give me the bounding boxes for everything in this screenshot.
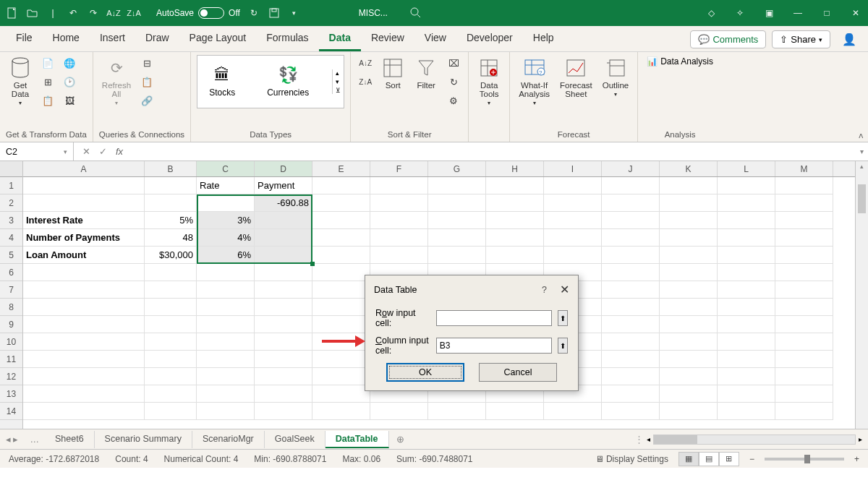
cell-B12[interactable]	[145, 368, 197, 385]
sort-button[interactable]: Sort	[378, 55, 407, 91]
cell-M11[interactable]	[775, 351, 833, 368]
cell-A6[interactable]	[23, 264, 145, 281]
cell-K3[interactable]	[660, 212, 718, 229]
col-header-J[interactable]: J	[602, 161, 660, 176]
zoom-in-icon[interactable]: +	[854, 454, 859, 464]
tab-formulas[interactable]: Formulas	[256, 26, 318, 51]
cell-M7[interactable]	[775, 281, 833, 299]
cell-E7[interactable]	[312, 281, 370, 299]
comments-button[interactable]: 💬 Comments	[690, 30, 766, 48]
sheet-tab-goalseek[interactable]: GoalSeek	[265, 431, 326, 448]
row-header-13[interactable]: 13	[0, 385, 22, 403]
outline-button[interactable]: Outline ▾	[600, 55, 631, 99]
scroll-thumb[interactable]	[858, 184, 866, 213]
scroll-left-icon[interactable]: ◂	[647, 435, 650, 443]
existing-conn-icon[interactable]: 📋	[39, 93, 56, 108]
cell-K5[interactable]	[660, 247, 718, 264]
row-header-2[interactable]: 2	[0, 194, 22, 212]
cell-A2[interactable]	[23, 194, 145, 212]
cell-G3[interactable]	[428, 212, 486, 229]
cell-D13[interactable]	[255, 385, 312, 403]
collapse-ribbon-icon[interactable]: ʌ	[859, 131, 864, 140]
cell-F1[interactable]	[370, 177, 428, 194]
name-box[interactable]: C2 ▾	[0, 142, 74, 160]
col-header-L[interactable]: L	[718, 161, 775, 176]
hscroll-track[interactable]	[653, 435, 856, 445]
cell-A11[interactable]	[23, 351, 145, 368]
cell-D5[interactable]	[255, 247, 312, 264]
cell-C1[interactable]: Rate	[197, 177, 255, 194]
cell-D1[interactable]: Payment	[255, 177, 312, 194]
cell-J9[interactable]	[602, 316, 660, 333]
edit-links-icon[interactable]: 🔗	[138, 93, 156, 108]
cell-M13[interactable]	[775, 385, 833, 403]
cell-D9[interactable]	[255, 316, 312, 333]
cancel-button[interactable]: Cancel	[479, 363, 557, 382]
cell-M14[interactable]	[775, 403, 833, 420]
sync-icon[interactable]: ↻	[247, 7, 260, 20]
cell-J6[interactable]	[602, 264, 660, 281]
cell-A10[interactable]	[23, 333, 145, 351]
cell-C13[interactable]	[197, 385, 255, 403]
cell-M10[interactable]	[775, 333, 833, 351]
cell-G5[interactable]	[428, 247, 486, 264]
cell-E11[interactable]	[312, 351, 370, 368]
scroll-up-icon[interactable]: ▴	[856, 161, 868, 171]
cell-D6[interactable]	[255, 264, 312, 281]
cell-E3[interactable]	[312, 212, 370, 229]
row-header-6[interactable]: 6	[0, 264, 22, 281]
cell-D2[interactable]: -690.88	[255, 194, 312, 212]
row-header-1[interactable]: 1	[0, 177, 22, 194]
cell-I14[interactable]	[544, 403, 602, 420]
cell-C12[interactable]	[197, 368, 255, 385]
row-header-14[interactable]: 14	[0, 403, 22, 420]
save-icon[interactable]	[268, 7, 281, 20]
cell-K4[interactable]	[660, 229, 718, 247]
zoom-slider[interactable]	[765, 458, 844, 461]
cell-A7[interactable]	[23, 281, 145, 299]
tab-view[interactable]: View	[414, 26, 456, 51]
cell-K10[interactable]	[660, 333, 718, 351]
queries-icon[interactable]: ⊟	[138, 55, 156, 71]
wand-icon[interactable]: ✧	[733, 7, 746, 20]
cell-I5[interactable]	[544, 247, 602, 264]
cell-J10[interactable]	[602, 333, 660, 351]
recent-sources-icon[interactable]: 🕑	[61, 74, 78, 90]
cell-A8[interactable]	[23, 299, 145, 316]
undo-icon[interactable]: ↶	[67, 7, 80, 20]
tab-insert[interactable]: Insert	[90, 26, 135, 51]
cell-H5[interactable]	[486, 247, 544, 264]
cell-E8[interactable]	[312, 299, 370, 316]
page-layout-view-icon[interactable]: ▤	[699, 452, 719, 466]
zoom-thumb[interactable]	[804, 455, 810, 463]
cell-C3[interactable]: 3%	[197, 212, 255, 229]
tab-help[interactable]: Help	[523, 26, 564, 51]
add-sheet-button[interactable]: ⊕	[389, 434, 412, 445]
cell-K8[interactable]	[660, 299, 718, 316]
cell-E1[interactable]	[312, 177, 370, 194]
cell-D11[interactable]	[255, 351, 312, 368]
cell-B2[interactable]	[145, 194, 197, 212]
sheet-overflow[interactable]: …	[24, 435, 45, 445]
cell-F5[interactable]	[370, 247, 428, 264]
cell-D12[interactable]	[255, 368, 312, 385]
row-header-8[interactable]: 8	[0, 299, 22, 316]
account-icon[interactable]: 👤	[836, 33, 862, 46]
cell-L11[interactable]	[718, 351, 775, 368]
sort-desc-icon[interactable]: Z↓A	[357, 74, 374, 90]
hscroll-thumb[interactable]	[654, 435, 697, 444]
cell-I3[interactable]	[544, 212, 602, 229]
cell-C2[interactable]	[197, 194, 255, 212]
close-icon[interactable]: ✕	[560, 283, 569, 296]
enter-icon[interactable]: ✓	[99, 146, 107, 157]
cell-M3[interactable]	[775, 212, 833, 229]
cell-H4[interactable]	[486, 229, 544, 247]
cell-D14[interactable]	[255, 403, 312, 420]
ok-button[interactable]: OK	[386, 363, 464, 382]
cell-D10[interactable]	[255, 333, 312, 351]
data-types-gallery[interactable]: 🏛 Stocks 💱 Currencies ▴ ▾ ⊻	[197, 55, 344, 108]
cell-D3[interactable]	[255, 212, 312, 229]
col-header-H[interactable]: H	[486, 161, 544, 176]
col-header-G[interactable]: G	[428, 161, 486, 176]
row-header-11[interactable]: 11	[0, 351, 22, 368]
